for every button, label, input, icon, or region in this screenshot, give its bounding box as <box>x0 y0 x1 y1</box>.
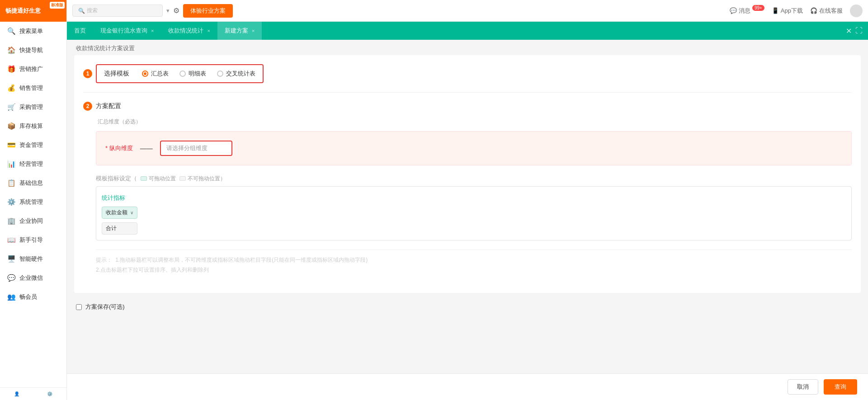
notification-label: 消息 <box>739 7 750 15</box>
legend-draggable-box <box>141 176 147 181</box>
sidebar-item-label: 企业微信 <box>19 274 43 282</box>
topbar-search-box[interactable]: 🔍 搜索 <box>72 5 163 17</box>
tab-home-label: 首页 <box>74 27 86 35</box>
members-icon: 👥 <box>7 293 16 301</box>
radio-summary-inner <box>144 72 146 75</box>
mobile-icon: 📱 <box>772 7 779 14</box>
tip2-text: 2.点击标题栏下拉可设置排序、插入列和删除列 <box>96 267 209 273</box>
sidebar-item-label: 营销推广 <box>19 65 43 73</box>
sidebar-item-label: 库存核算 <box>19 122 43 130</box>
chart-icon: 📊 <box>7 160 16 168</box>
tips-line2: 2.点击标题栏下拉可设置排序、插入列和删除列 <box>96 265 852 275</box>
footer-bar: 取消 查询 <box>67 373 868 400</box>
tips-section: 提示： 1.拖动标题栏可以调整布局，不可跨维度或指标区域拖动栏目字段(只能在同一… <box>96 249 852 275</box>
sidebar-item-label: 畅会员 <box>19 293 37 301</box>
search-placeholder-text: 搜索 <box>87 7 98 14</box>
book-icon: 📖 <box>7 236 16 244</box>
sidebar-item-label: 搜索菜单 <box>19 27 43 35</box>
search-menu-icon: 🔍 <box>7 27 16 35</box>
sidebar-item-smart-hw[interactable]: 🖥️ 智能硬件 <box>0 249 66 268</box>
cancel-button[interactable]: 取消 <box>788 379 818 395</box>
save-checkbox[interactable] <box>76 304 82 310</box>
step2-title: 方案配置 <box>96 102 121 110</box>
query-button[interactable]: 查询 <box>824 379 857 395</box>
radio-cross[interactable]: 交叉统计表 <box>217 70 255 78</box>
chip-arrow-icon: ∨ <box>130 210 133 215</box>
sidebar-item-inventory[interactable]: 📦 库存核算 <box>0 117 66 136</box>
notification-button[interactable]: 💬 消息 99+ <box>730 7 764 15</box>
total-chip: 合计 <box>102 222 137 235</box>
window-maximize-btn[interactable]: ⛶ <box>855 27 863 35</box>
sidebar-item-label: 新手引导 <box>19 236 43 244</box>
sidebar-item-wechat[interactable]: 💬 企业微信 <box>0 268 66 287</box>
trial-button[interactable]: 体验行业方案 <box>183 4 233 18</box>
tip1-text: 1.拖动标题栏可以调整布局，不可跨维度或指标区域拖动栏目字段(只能在同一维度或指… <box>115 257 368 263</box>
legend-nondraggable: 不可拖动位置） <box>179 175 226 183</box>
sidebar-user-btn[interactable]: 👤 <box>14 391 19 396</box>
step2-content: 汇总维度（必选） * 纵向维度 —— 请选择分组维度 <box>96 118 852 275</box>
page-content: 收款情况统计方案设置 1 选择模板 汇总表 <box>67 40 868 373</box>
row-dimension-label: * 纵向维度 <box>105 144 133 152</box>
legend-nondraggable-label: 不可拖动位置） <box>188 175 226 183</box>
tab-new-plan-close[interactable]: × <box>252 28 255 33</box>
legend-draggable: 可拖动位置 <box>141 175 176 183</box>
tips-line1: 提示： 1.拖动标题栏可以调整布局，不可跨维度或指标区域拖动栏目字段(只能在同一… <box>96 255 852 265</box>
version-badge: 标准版 <box>50 2 65 9</box>
sidebar-item-label: 智能硬件 <box>19 255 43 263</box>
step1-header: 1 选择模板 汇总表 明细表 <box>83 64 852 83</box>
tab-cash-bank-close[interactable]: × <box>151 28 154 33</box>
tab-cash-bank[interactable]: 现金银行流水查询 × <box>93 22 161 40</box>
user-avatar[interactable] <box>850 5 863 17</box>
sidebar-item-quick-nav[interactable]: 🏠 快捷导航 <box>0 41 66 60</box>
window-close-btn[interactable]: ✕ <box>846 27 852 35</box>
home-icon: 🏠 <box>7 46 16 54</box>
row-dimension-arrow: —— <box>140 145 153 152</box>
template-selection-box: 选择模板 汇总表 明细表 <box>96 64 264 83</box>
legend-nondraggable-box <box>179 176 186 181</box>
breadcrumb: 收款情况统计方案设置 <box>67 40 868 55</box>
radio-summary[interactable]: 汇总表 <box>142 70 169 78</box>
topbar-right: 💬 消息 99+ 📱 App下载 🎧 在线客服 <box>730 5 863 17</box>
indicators-label-row: 模板指标设定（ 可拖动位置 不可拖动位置） <box>96 174 852 183</box>
settings-bottom-icon: ⚙️ <box>47 391 52 396</box>
online-service-button[interactable]: 🎧 在线客服 <box>810 7 843 15</box>
tab-receipt-stats-label: 收款情况统计 <box>168 27 203 35</box>
sidebar-item-label: 销售管理 <box>19 84 43 92</box>
tabs-window-controls: ✕ ⛶ <box>846 27 868 35</box>
amount-chip[interactable]: 收款金额 ∨ <box>102 207 137 219</box>
step1-title: 选择模板 <box>104 70 129 78</box>
topbar: 🔍 搜索 ▾ ⚙ 体验行业方案 💬 消息 99+ 📱 App下载 🎧 在线客服 <box>67 0 868 22</box>
sidebar-item-capital[interactable]: 💳 资金管理 <box>0 136 66 155</box>
online-service-label: 在线客服 <box>819 7 843 15</box>
sidebar-item-operations[interactable]: 📊 经营管理 <box>0 155 66 174</box>
row-dimension-select[interactable]: 请选择分组维度 <box>160 141 232 156</box>
sidebar-settings-btn[interactable]: ⚙️ <box>47 391 52 396</box>
amount-chip-label: 收款金额 <box>106 209 127 216</box>
sidebar-item-sales[interactable]: 💰 销售管理 <box>0 79 66 98</box>
sidebar-item-label: 系统管理 <box>19 198 43 206</box>
breadcrumb-text: 收款情况统计方案设置 <box>76 45 135 52</box>
indicators-section: 模板指标设定（ 可拖动位置 不可拖动位置） 统计指标 <box>96 174 852 240</box>
app-download-button[interactable]: 📱 App下载 <box>772 7 803 15</box>
notification-count-badge: 99+ <box>752 5 764 11</box>
sidebar-item-guide[interactable]: 📖 新手引导 <box>0 231 66 249</box>
tab-new-plan[interactable]: 新建方案 × <box>217 22 262 40</box>
search-chevron-icon[interactable]: ▾ <box>166 7 170 14</box>
sidebar-item-enterprise[interactable]: 🏢 企业协同 <box>0 212 66 231</box>
sidebar-item-sys-mgmt[interactable]: ⚙️ 系统管理 <box>0 193 66 212</box>
gear-icon: ⚙️ <box>7 198 16 206</box>
save-section: 方案保存(可选) <box>67 298 868 315</box>
sidebar-item-search-menu[interactable]: 🔍 搜索菜单 <box>0 22 66 41</box>
indicator-block: 收款金额 ∨ 合计 <box>102 207 137 235</box>
sidebar: 畅捷通好生意 标准版 🔍 搜索菜单 🏠 快捷导航 🎁 营销推广 💰 销售管理 🛒… <box>0 0 67 400</box>
sidebar-item-purchase[interactable]: 🛒 采购管理 <box>0 98 66 117</box>
tab-receipt-stats[interactable]: 收款情况统计 × <box>161 22 217 40</box>
sidebar-item-member[interactable]: 👥 畅会员 <box>0 287 66 306</box>
search-icon: 🔍 <box>78 8 85 14</box>
settings-gear-icon[interactable]: ⚙ <box>173 6 179 15</box>
tab-home[interactable]: 首页 <box>67 22 93 40</box>
radio-detail[interactable]: 明细表 <box>179 70 206 78</box>
tab-receipt-stats-close[interactable]: × <box>207 28 210 33</box>
sidebar-item-marketing[interactable]: 🎁 营销推广 <box>0 60 66 79</box>
sidebar-item-basic-info[interactable]: 📋 基础信息 <box>0 174 66 193</box>
